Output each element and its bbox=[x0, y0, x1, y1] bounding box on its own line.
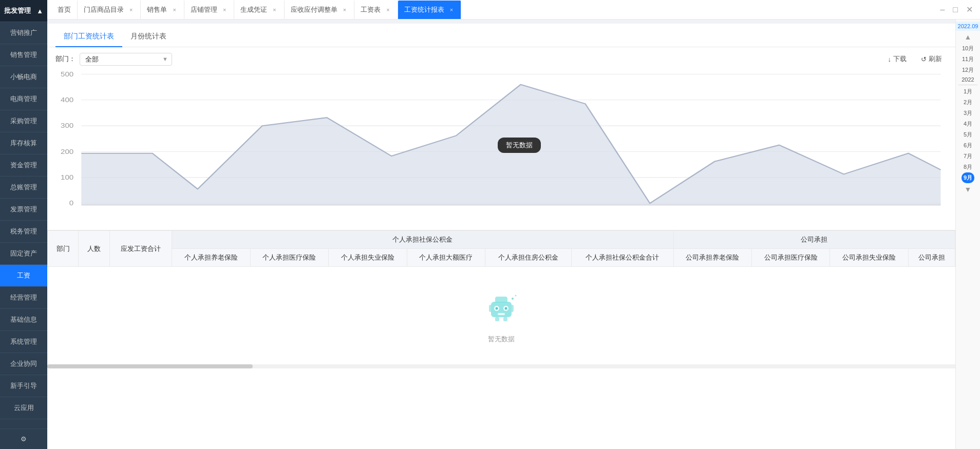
sidebar-header[interactable]: 批发管理 ▲ bbox=[0, 0, 47, 22]
th-company-unemployment: 公司承担失业保险 bbox=[830, 249, 908, 267]
sub-tabs: 部门工资统计表月份统计表 bbox=[47, 24, 955, 47]
tab-label: 应收应付调整单 bbox=[291, 5, 337, 14]
tab-close-icon[interactable]: × bbox=[171, 6, 177, 13]
tab-label: 工资统计报表 bbox=[404, 5, 444, 14]
maximize-icon[interactable]: □ bbox=[950, 4, 961, 15]
sidebar-item-企业协同[interactable]: 企业协同 bbox=[0, 353, 47, 375]
main-area: 首页门店商品目录×销售单×店铺管理×生成凭证×应收应付调整单×工资表×工资统计报… bbox=[47, 0, 980, 449]
sidebar-item-电商管理[interactable]: 电商管理 bbox=[0, 88, 47, 110]
sidebar-item-营销推广[interactable]: 营销推广 bbox=[0, 22, 47, 44]
svg-text:0: 0 bbox=[69, 200, 74, 207]
tab-close-icon[interactable]: × bbox=[221, 6, 228, 13]
dept-select[interactable]: 全部 bbox=[80, 53, 172, 66]
timeline-month-2022-11月[interactable]: 11月 bbox=[960, 54, 976, 65]
th-count: 人数 bbox=[79, 231, 109, 267]
timeline-month-2023-9月[interactable]: 9月 bbox=[962, 172, 974, 183]
tab-close-icon[interactable]: × bbox=[385, 6, 391, 13]
sidebar-title: 批发管理 bbox=[4, 6, 31, 15]
tab-close-icon[interactable]: × bbox=[448, 6, 455, 13]
timeline-month-2023-1月[interactable]: 1月 bbox=[962, 86, 974, 97]
minimize-icon[interactable]: – bbox=[937, 4, 948, 15]
tab-close-icon[interactable]: × bbox=[342, 6, 348, 13]
toolbar: 部门： 全部 ▼ ↓ 下载 ↺ 刷新 bbox=[47, 47, 955, 71]
svg-point-18 bbox=[505, 307, 507, 310]
tab-label: 门店商品目录 bbox=[84, 5, 124, 14]
timeline-month-2023-3月[interactable]: 3月 bbox=[962, 108, 974, 119]
timeline-month-2023-2月[interactable]: 2月 bbox=[962, 97, 974, 108]
empty-icon bbox=[481, 287, 522, 328]
sidebar-item-固定资产[interactable]: 固定资产 bbox=[0, 243, 47, 265]
tab-label: 店铺管理 bbox=[191, 5, 217, 14]
sidebar-item-总账管理[interactable]: 总账管理 bbox=[0, 177, 47, 199]
svg-rect-22 bbox=[495, 317, 499, 321]
svg-text:400: 400 bbox=[61, 96, 73, 104]
timeline-month-2023-6月[interactable]: 6月 bbox=[962, 140, 974, 151]
th-company-other: 公司承担 bbox=[908, 249, 955, 267]
dept-select-wrap: 全部 ▼ bbox=[80, 53, 172, 66]
scrollbar-thumb[interactable] bbox=[47, 364, 253, 368]
timeline-down-arrow[interactable]: ▼ bbox=[963, 183, 974, 196]
sidebar-item-销售管理[interactable]: 销售管理 bbox=[0, 44, 47, 66]
refresh-label: 刷新 bbox=[929, 54, 942, 64]
refresh-icon: ↺ bbox=[921, 55, 927, 63]
tab-bar: 首页门店商品目录×销售单×店铺管理×生成凭证×应收应付调整单×工资表×工资统计报… bbox=[47, 0, 980, 19]
timeline-year-2022: 2022 bbox=[956, 75, 980, 84]
timeline-month-2023-7月[interactable]: 7月 bbox=[962, 151, 974, 162]
th-personal-medical: 个人承担医疗保险 bbox=[250, 249, 328, 267]
sidebar-item-新手引导[interactable]: 新手引导 bbox=[0, 375, 47, 397]
tab-首页[interactable]: 首页 bbox=[51, 1, 78, 19]
timeline-month-2023-5月[interactable]: 5月 bbox=[962, 129, 974, 140]
tab-应收应付调整单[interactable]: 应收应付调整单× bbox=[285, 1, 354, 19]
sidebar-item-小畅电商[interactable]: 小畅电商 bbox=[0, 66, 47, 88]
tab-工资统计报表[interactable]: 工资统计报表× bbox=[398, 1, 461, 19]
sidebar-item-基础信息[interactable]: 基础信息 bbox=[0, 309, 47, 331]
table-container[interactable]: 部门 人数 应发工资合计 个人承担社保公积金 公司承担 个人承担养老保险 个人承… bbox=[47, 230, 955, 449]
timeline-month-2022-10月[interactable]: 10月 bbox=[960, 43, 976, 54]
th-wage-total: 应发工资合计 bbox=[109, 231, 172, 267]
th-personal-housing: 个人承担住房公积金 bbox=[485, 249, 572, 267]
download-button[interactable]: ↓ 下载 bbox=[883, 52, 912, 66]
sidebar-item-库存核算[interactable]: 库存核算 bbox=[0, 132, 47, 154]
settings-item[interactable]: ⚙ bbox=[0, 428, 47, 449]
tab-销售单[interactable]: 销售单× bbox=[141, 1, 184, 19]
close-window-icon[interactable]: ✕ bbox=[963, 4, 976, 15]
th-personal-unemployment: 个人承担失业保险 bbox=[329, 249, 407, 267]
svg-rect-19 bbox=[498, 313, 505, 315]
sub-tab-部门工资统计表[interactable]: 部门工资统计表 bbox=[55, 29, 122, 47]
sidebar-item-税务管理[interactable]: 税务管理 bbox=[0, 221, 47, 243]
svg-point-25 bbox=[515, 295, 517, 297]
sidebar-item-采购管理[interactable]: 采购管理 bbox=[0, 110, 47, 132]
tab-window-controls: – □ ✕ bbox=[937, 4, 976, 15]
svg-point-24 bbox=[512, 298, 514, 300]
timeline-month-2023-8月[interactable]: 8月 bbox=[962, 162, 974, 172]
sub-tab-月份统计表[interactable]: 月份统计表 bbox=[122, 29, 175, 47]
sidebar-items: 营销推广销售管理小畅电商电商管理采购管理库存核算资金管理总账管理发票管理税务管理… bbox=[0, 22, 47, 419]
timeline-month-2022-12月[interactable]: 12月 bbox=[960, 65, 976, 75]
th-dept: 部门 bbox=[48, 231, 79, 267]
tab-门店商品目录[interactable]: 门店商品目录× bbox=[78, 1, 141, 19]
sidebar-collapse-icon[interactable]: ▲ bbox=[36, 7, 43, 15]
page-content: 部门工资统计表月份统计表 部门： 全部 ▼ ↓ 下载 bbox=[47, 24, 955, 449]
tab-close-icon[interactable]: × bbox=[271, 6, 277, 13]
tab-工资表[interactable]: 工资表× bbox=[354, 1, 398, 19]
tab-close-icon[interactable]: × bbox=[128, 6, 134, 13]
tab-店铺管理[interactable]: 店铺管理× bbox=[184, 1, 234, 19]
sidebar-item-系统管理[interactable]: 系统管理 bbox=[0, 331, 47, 353]
tab-label: 销售单 bbox=[147, 5, 167, 14]
tab-label: 首页 bbox=[58, 5, 71, 14]
timeline-month-2023-4月[interactable]: 4月 bbox=[962, 119, 974, 129]
tabs-container: 首页门店商品目录×销售单×店铺管理×生成凭证×应收应付调整单×工资表×工资统计报… bbox=[51, 1, 937, 19]
refresh-button[interactable]: ↺ 刷新 bbox=[916, 52, 947, 66]
th-personal-major-medical: 个人承担大额医疗 bbox=[407, 249, 485, 267]
sidebar-item-经营管理[interactable]: 经营管理 bbox=[0, 287, 47, 309]
download-icon: ↓ bbox=[888, 55, 892, 63]
timeline-current-label[interactable]: 2022.09 bbox=[956, 22, 980, 31]
sidebar-item-工资[interactable]: 工资 bbox=[0, 265, 47, 287]
sidebar-item-发票管理[interactable]: 发票管理 bbox=[0, 199, 47, 221]
scrollbar-track[interactable] bbox=[47, 364, 955, 368]
tab-生成凭证[interactable]: 生成凭证× bbox=[234, 1, 284, 19]
timeline-up-arrow[interactable]: ▲ bbox=[963, 31, 974, 43]
sidebar-item-云应用[interactable]: 云应用 bbox=[0, 397, 47, 419]
download-label: 下载 bbox=[893, 54, 907, 64]
sidebar-item-资金管理[interactable]: 资金管理 bbox=[0, 154, 47, 177]
